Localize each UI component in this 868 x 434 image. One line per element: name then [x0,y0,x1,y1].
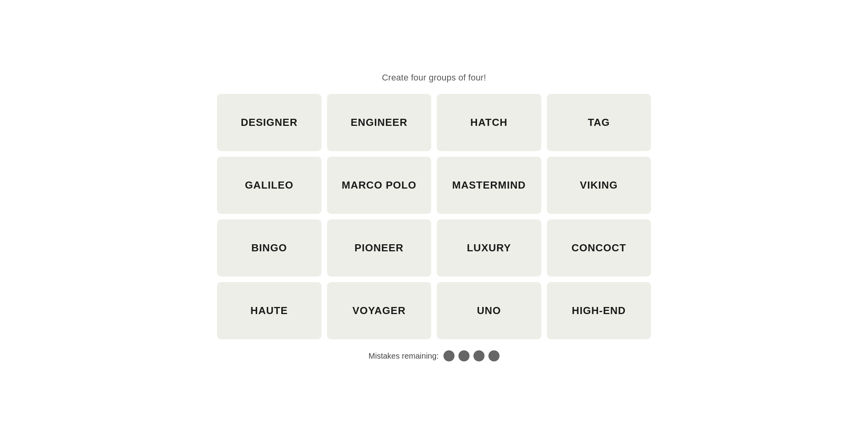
tile-label-luxury: LUXURY [467,242,511,254]
tile-uno[interactable]: UNO [437,282,541,339]
tile-luxury[interactable]: LUXURY [437,219,541,277]
mistake-dot-3 [473,350,485,361]
tile-label-mastermind: MASTERMIND [452,179,526,191]
tile-engineer[interactable]: ENGINEER [327,94,432,151]
tile-label-concoct: CONCOCT [571,242,626,254]
mistake-dot-4 [488,350,499,361]
tile-tag[interactable]: TAG [547,94,651,151]
tile-mastermind[interactable]: MASTERMIND [437,157,541,214]
tile-haute[interactable]: HAUTE [217,282,322,339]
tile-high-end[interactable]: HIGH-END [547,282,651,339]
mistake-dot-1 [443,350,455,361]
tile-label-galileo: GALILEO [245,179,294,191]
tile-label-uno: UNO [477,305,501,317]
mistakes-dots [443,350,499,361]
tile-label-high-end: HIGH-END [572,305,626,317]
tile-designer[interactable]: DESIGNER [217,94,322,151]
tile-bingo[interactable]: BINGO [217,219,322,277]
tile-label-voyager: VOYAGER [352,305,406,317]
tile-label-hatch: HATCH [470,116,507,129]
tile-marco-polo[interactable]: MARCO POLO [327,157,432,214]
tile-label-designer: DESIGNER [241,116,297,129]
game-container: Create four groups of four! DESIGNERENGI… [217,73,651,361]
tile-hatch[interactable]: HATCH [437,94,541,151]
mistakes-row: Mistakes remaining: [369,350,499,361]
tile-label-haute: HAUTE [251,305,288,317]
tile-galileo[interactable]: GALILEO [217,157,322,214]
mistake-dot-2 [458,350,470,361]
tile-label-pioneer: PIONEER [355,242,404,254]
tile-label-bingo: BINGO [251,242,287,254]
tile-label-marco-polo: MARCO POLO [342,179,417,191]
subtitle: Create four groups of four! [382,73,486,83]
tile-grid: DESIGNERENGINEERHATCHTAGGALILEOMARCO POL… [217,94,651,339]
tile-label-viking: VIKING [580,179,618,191]
tile-viking[interactable]: VIKING [547,157,651,214]
tile-pioneer[interactable]: PIONEER [327,219,432,277]
tile-label-engineer: ENGINEER [351,116,408,129]
tile-label-tag: TAG [588,116,610,129]
tile-concoct[interactable]: CONCOCT [547,219,651,277]
tile-voyager[interactable]: VOYAGER [327,282,432,339]
mistakes-label: Mistakes remaining: [369,352,439,361]
